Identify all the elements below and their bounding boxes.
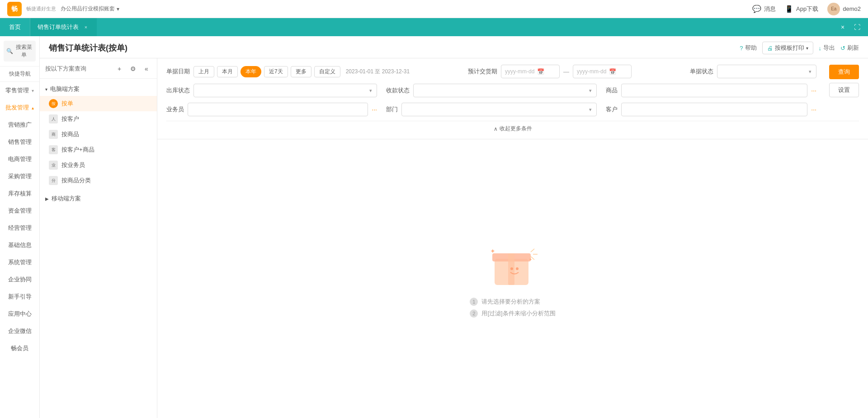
scheme-by-goods[interactable]: 商 按商品 <box>40 127 157 142</box>
content-with-sidebar: 按以下方案查询 + ⚙ « ▾ 电脑端方案 按 <box>40 58 868 418</box>
sidebar-item-wholesale[interactable]: 批发管理 ▴ <box>0 99 39 116</box>
tab-bar: 首页 销售订单统计表 × × ⛶ <box>0 18 868 36</box>
template-print-btn[interactable]: 🖨 按模板打印 ▾ <box>762 42 813 54</box>
date-btn-lastmonth[interactable]: 上月 <box>193 66 214 77</box>
staff-dots-btn[interactable]: ··· <box>372 106 377 113</box>
sidebar-item-marketing[interactable]: 营销推广 <box>0 116 39 133</box>
customer-input[interactable] <box>621 103 807 116</box>
scheme-settings-btn[interactable]: ⚙ <box>128 64 138 74</box>
sidebar-item-basic[interactable]: 基础信息 <box>0 237 39 254</box>
username: demo2 <box>843 5 861 12</box>
scheme-by-order[interactable]: 按 按单 <box>40 96 157 111</box>
user-profile[interactable]: Ea demo2 <box>827 3 861 15</box>
scheme-by-staff[interactable]: 业 按业务员 <box>40 157 157 173</box>
goods-dots-btn[interactable]: ··· <box>811 87 816 94</box>
date-btn-7days[interactable]: 近7天 <box>264 66 288 77</box>
sidebar-item-purchase[interactable]: 采购管理 <box>0 168 39 185</box>
goods-input[interactable] <box>621 84 807 97</box>
sidebar-item-apps[interactable]: 应用中心 <box>0 305 39 323</box>
payment-status-select[interactable]: ▾ <box>413 84 597 97</box>
platform-dropdown[interactable]: 办公用品行业模拟账套 ▾ <box>61 5 119 13</box>
collapse-panel-btn[interactable]: « <box>142 64 151 74</box>
date-btn-group: 上月 本月 本年 近7天 更多 自定义 <box>193 66 340 77</box>
sidebar-item-system[interactable]: 系统管理 <box>0 254 39 271</box>
platform-arrow: ▾ <box>117 6 119 12</box>
collapse-btn[interactable]: ∧ 收起更多条件 <box>494 125 532 133</box>
wholesale-label: 批发管理 <box>5 104 29 112</box>
search-btn[interactable]: 查询 <box>829 65 859 79</box>
add-scheme-btn[interactable]: + <box>114 64 124 74</box>
export-label: 导出 <box>823 44 835 52</box>
scheme-by-customer[interactable]: 人 按客户 <box>40 111 157 127</box>
avatar: Ea <box>827 3 840 15</box>
mobile-section[interactable]: ▶ 移动端方案 <box>40 192 157 205</box>
out-status-label: 出库状态 <box>166 86 190 95</box>
app-download-btn[interactable]: 📱 App下载 <box>785 5 818 13</box>
page-header-actions: ? 帮助 🖨 按模板打印 ▾ ↓ 导出 ↺ 刷新 <box>740 42 859 54</box>
maximize-icon: ⛶ <box>854 24 860 31</box>
sidebar-search-section: 🔍 搜索菜单 <box>0 36 39 66</box>
help-btn[interactable]: ? 帮助 <box>740 44 756 52</box>
date-btn-more[interactable]: 更多 <box>291 66 311 77</box>
expected-date-start[interactable]: yyyy-mm-dd 📅 <box>501 65 560 78</box>
left-panel: 按以下方案查询 + ⚙ « ▾ 电脑端方案 按 <box>40 58 157 418</box>
out-status-select[interactable]: ▾ <box>193 84 377 97</box>
sidebar-item-wechat[interactable]: 企业微信 <box>0 323 39 340</box>
finance-label: 资金管理 <box>8 207 32 215</box>
tab-minimize-btn[interactable]: × <box>837 22 848 33</box>
svg-point-6 <box>516 267 519 270</box>
tab-home[interactable]: 首页 <box>0 18 30 36</box>
expected-end-placeholder: yyyy-mm-dd <box>577 68 606 75</box>
sidebar-item-guide[interactable]: 新手引导 <box>0 288 39 305</box>
template-print-label: 按模板打印 <box>775 44 804 52</box>
left-panel-title: 按以下方案查询 <box>45 65 86 73</box>
settings-btn[interactable]: 设置 <box>829 83 859 97</box>
basic-label: 基础信息 <box>8 241 32 249</box>
data-area: ✦ ✦ <box>157 139 868 418</box>
scheme-by-goods-category[interactable]: 分 按商品分类 <box>40 173 157 188</box>
status-chevron: ▾ <box>809 69 811 75</box>
sidebar-item-enterprise[interactable]: 企业协同 <box>0 271 39 288</box>
goods-item: 商品 ··· <box>606 84 816 97</box>
payment-status-item: 收款状态 ▾ <box>386 84 597 97</box>
message-btn[interactable]: 💬 消息 <box>752 5 776 13</box>
guide-label: 新手引导 <box>8 293 32 301</box>
sidebar-item-operations[interactable]: 经营管理 <box>0 219 39 237</box>
dept-select[interactable]: ▾ <box>401 103 597 116</box>
pc-section[interactable]: ▾ 电脑端方案 <box>40 82 157 96</box>
sidebar-item-member[interactable]: 畅会员 <box>0 340 39 357</box>
expected-date-label: 预计交货期 <box>468 67 497 76</box>
tab-close-btn[interactable]: × <box>82 24 90 31</box>
sidebar-item-inventory[interactable]: 库存核算 <box>0 185 39 202</box>
sidebar-item-ecommerce[interactable]: 电商管理 <box>0 151 39 168</box>
date-btn-thisyear[interactable]: 本年 <box>241 66 261 77</box>
sidebar-item-shortcuts[interactable]: 快捷导航 <box>0 66 39 82</box>
customer-dots-btn[interactable]: ··· <box>811 106 816 113</box>
tab-active[interactable]: 销售订单统计表 × <box>30 18 97 36</box>
ecommerce-label: 电商管理 <box>8 155 32 163</box>
tab-maximize-btn[interactable]: ⛶ <box>852 22 863 33</box>
wechat-label: 企业微信 <box>8 327 32 335</box>
sidebar-item-retail[interactable]: 零售管理 ▾ <box>0 82 39 99</box>
sidebar: 🔍 搜索菜单 快捷导航 零售管理 ▾ 批发管理 ▴ 营销推广 销售管理 电商管理… <box>0 36 40 418</box>
empty-state: ✦ ✦ <box>470 236 555 321</box>
date-separator: — <box>563 68 569 75</box>
scheme-by-customer-goods[interactable]: 客 按客户+商品 <box>40 142 157 157</box>
scheme-icon-customer: 人 <box>49 114 58 124</box>
app-info: 畅捷通好生意 <box>26 6 56 12</box>
export-btn[interactable]: ↓ 导出 <box>819 44 835 52</box>
doc-status-select[interactable]: ▾ <box>717 65 816 78</box>
sidebar-item-finance[interactable]: 资金管理 <box>0 202 39 219</box>
date-btn-custom[interactable]: 自定义 <box>314 66 340 77</box>
refresh-btn[interactable]: ↺ 刷新 <box>840 44 859 52</box>
out-chevron: ▾ <box>369 88 372 94</box>
system-label: 系统管理 <box>8 258 32 266</box>
scheme-cust-goods-label: 按客户+商品 <box>61 146 94 154</box>
search-menu-btn[interactable]: 🔍 搜索菜单 <box>4 41 36 62</box>
filter-area: 单据日期 上月 本月 本年 近7天 更多 自定义 <box>157 58 868 139</box>
expected-date-end[interactable]: yyyy-mm-dd 📅 <box>573 65 632 78</box>
staff-input[interactable] <box>188 103 368 116</box>
sidebar-item-sales[interactable]: 销售管理 <box>0 133 39 151</box>
empty-tip-1: 1 请先选择要分析的方案 <box>470 298 555 306</box>
date-btn-thismonth[interactable]: 本月 <box>217 66 238 77</box>
